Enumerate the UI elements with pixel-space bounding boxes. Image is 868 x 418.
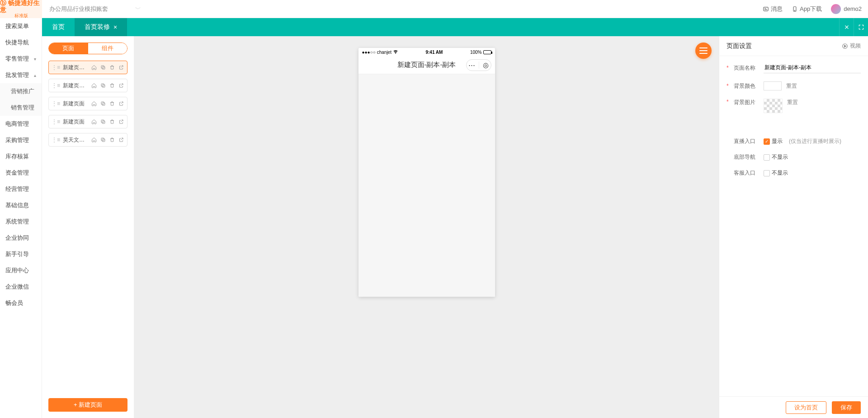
- share-icon[interactable]: [118, 137, 124, 142]
- delete-icon[interactable]: [109, 137, 115, 142]
- phone-icon: [792, 6, 798, 12]
- page-item-name: 新建页面: [63, 100, 88, 108]
- share-icon[interactable]: [118, 83, 124, 88]
- nav-retail[interactable]: 零售管理▾: [0, 51, 42, 67]
- page-name-input[interactable]: [764, 62, 861, 73]
- segment-component[interactable]: 组件: [88, 43, 127, 54]
- bg-color-label: 背景颜色: [734, 82, 759, 90]
- share-icon[interactable]: [118, 101, 124, 106]
- home-icon[interactable]: [91, 101, 97, 106]
- bg-color-reset[interactable]: 重置: [786, 82, 797, 90]
- delete-icon[interactable]: [109, 101, 115, 106]
- phone-body[interactable]: [359, 74, 495, 297]
- home-icon[interactable]: [91, 65, 97, 70]
- messages-link[interactable]: 消息: [763, 5, 783, 13]
- nav-operation[interactable]: 经营管理: [0, 181, 42, 197]
- nav-sales[interactable]: 销售管理: [0, 100, 42, 116]
- bg-image-picker[interactable]: [764, 99, 783, 113]
- top-bar: ⓑ 畅捷通好生意 标准版 办公用品行业模拟账套 ﹀ 消息 App下载 demo2: [0, 0, 868, 18]
- drag-icon[interactable]: ⋮≡: [52, 137, 60, 143]
- page-item-name: 新建页面-副本...: [63, 64, 88, 71]
- app-download-label: App下载: [800, 5, 822, 13]
- bottom-nav-label: 底部导航: [734, 153, 759, 161]
- service-entry-checkbox[interactable]: 不显示: [764, 169, 788, 177]
- share-icon[interactable]: [118, 65, 124, 70]
- drag-icon[interactable]: ⋮≡: [52, 82, 60, 89]
- svg-rect-11: [102, 139, 105, 142]
- copy-icon[interactable]: [100, 119, 106, 124]
- drag-icon[interactable]: ⋮≡: [52, 64, 60, 71]
- nav-app-center[interactable]: 应用中心: [0, 262, 42, 279]
- nav-marketing[interactable]: 营销推广: [0, 83, 42, 100]
- nav-quick-nav[interactable]: 快捷导航: [0, 34, 42, 51]
- bg-color-picker[interactable]: [764, 81, 782, 90]
- tab-home[interactable]: 首页: [42, 18, 75, 36]
- account-selector[interactable]: 办公用品行业模拟账套 ﹀: [49, 5, 141, 13]
- page-item-name: 新建页面-副本: [63, 82, 88, 90]
- live-entry-checkbox[interactable]: ✓ 显示: [764, 138, 783, 145]
- page-list-item[interactable]: ⋮≡ 新建页面-副本: [48, 79, 127, 92]
- tabs-close-all[interactable]: [839, 18, 854, 36]
- page-list-item[interactable]: ⋮≡ 新建页面-副本...: [48, 61, 127, 74]
- hamburger-icon: [699, 50, 708, 51]
- copy-icon[interactable]: [100, 65, 106, 70]
- nav-wechat-work[interactable]: 企业微信: [0, 279, 42, 295]
- nav-system[interactable]: 系统管理: [0, 214, 42, 230]
- nav-funds[interactable]: 资金管理: [0, 165, 42, 181]
- delete-icon[interactable]: [109, 119, 115, 124]
- collapse-settings-button[interactable]: [695, 43, 712, 59]
- checkbox-icon: [764, 154, 770, 161]
- nav-onboarding[interactable]: 新手引导: [0, 246, 42, 262]
- tabs-fullscreen[interactable]: [854, 18, 868, 36]
- live-entry-label: 直播入口: [734, 138, 759, 145]
- chevron-down-icon: ﹀: [135, 5, 141, 13]
- home-icon[interactable]: [91, 83, 97, 88]
- more-icon[interactable]: ⋯: [468, 61, 475, 69]
- copy-icon[interactable]: [100, 137, 106, 142]
- nav-search-menu[interactable]: 搜索菜单: [0, 18, 42, 34]
- tab-page-design[interactable]: 首页装修 ×: [75, 18, 127, 36]
- bottom-nav-checkbox[interactable]: 不显示: [764, 153, 788, 161]
- new-page-button[interactable]: + 新建页面: [48, 398, 127, 412]
- nav-inventory[interactable]: 库存核算: [0, 148, 42, 165]
- bg-image-reset[interactable]: 重置: [787, 99, 798, 106]
- save-button[interactable]: 保存: [832, 401, 861, 414]
- delete-icon[interactable]: [109, 83, 115, 88]
- svg-point-2: [795, 10, 795, 10]
- nav-vip[interactable]: 畅会员: [0, 295, 42, 311]
- drag-icon[interactable]: ⋮≡: [52, 100, 60, 107]
- signal-icon: ●●●○○: [362, 50, 376, 55]
- nav-basic-info[interactable]: 基础信息: [0, 197, 42, 214]
- page-list-item[interactable]: ⋮≡ 昊天文具店: [48, 133, 127, 147]
- nav-wholesale[interactable]: 批发管理▴: [0, 67, 42, 83]
- drag-icon[interactable]: ⋮≡: [52, 119, 60, 125]
- nav-ecommerce[interactable]: 电商管理: [0, 116, 42, 132]
- share-icon[interactable]: [118, 119, 124, 124]
- nav-collab[interactable]: 企业协同: [0, 230, 42, 246]
- segment-page[interactable]: 页面: [49, 43, 88, 54]
- page-list-item[interactable]: ⋮≡ 新建页面: [48, 97, 127, 110]
- copy-icon[interactable]: [100, 83, 106, 88]
- battery-pct: 100%: [470, 50, 482, 55]
- set-home-button[interactable]: 设为首页: [786, 401, 826, 414]
- miniprogram-capsule[interactable]: ⋯ ◎: [466, 59, 491, 71]
- tab-close-icon[interactable]: ×: [113, 24, 117, 31]
- tab-page-design-label: 首页装修: [85, 23, 110, 31]
- brand-edition: 标准版: [14, 13, 28, 18]
- nav-purchase[interactable]: 采购管理: [0, 132, 42, 148]
- video-help-link[interactable]: 视频: [842, 42, 861, 50]
- carrier-label: chanjet: [377, 50, 392, 55]
- user-menu[interactable]: demo2: [831, 4, 862, 14]
- target-icon[interactable]: ◎: [483, 61, 489, 69]
- svg-rect-9: [102, 121, 105, 124]
- page-list-item[interactable]: ⋮≡ 新建页面: [48, 115, 127, 128]
- page-name-label: 页面名称: [734, 64, 759, 72]
- delete-icon[interactable]: [109, 65, 115, 70]
- home-icon[interactable]: [91, 137, 97, 142]
- svg-rect-10: [101, 120, 104, 123]
- copy-icon[interactable]: [100, 101, 106, 106]
- svg-rect-3: [102, 66, 105, 69]
- app-download-link[interactable]: App下载: [792, 5, 822, 13]
- home-icon[interactable]: [91, 119, 97, 124]
- service-entry-label: 客服入口: [734, 169, 759, 177]
